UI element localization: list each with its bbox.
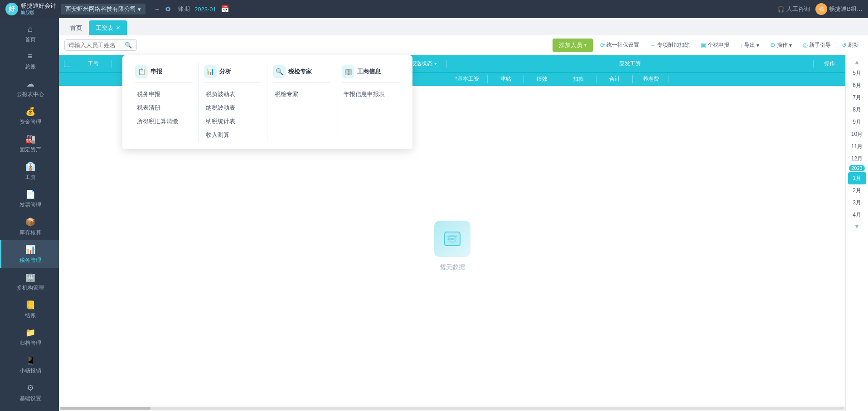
cal-month-2[interactable]: 2月: [848, 184, 866, 197]
sidebar-item-salary[interactable]: 👔 工资: [0, 157, 59, 185]
section-business-info: 🏢 工商信息 年报信息申报表: [336, 63, 405, 142]
special-deduction-label: 专项附加扣除: [657, 41, 690, 49]
cal-month-6[interactable]: 6月: [848, 79, 866, 92]
sidebar-item-guide[interactable]: 🎓 新手引导: [0, 406, 59, 411]
sidebar-item-ledger[interactable]: ≡ 总账: [0, 47, 59, 74]
toolbar: 🔍 添加人员 ▾ ⟳ 统一社保设置 ＋ 专项附加扣除 ▣ 个税申报 ↓ 导出: [59, 35, 868, 55]
cal-month-3[interactable]: 3月: [848, 197, 866, 209]
sidebar-item-multi-org[interactable]: 🏢 多机构管理: [0, 268, 59, 295]
menu-annual-report[interactable]: 年报信息申报表: [342, 87, 400, 101]
sidebar-item-label: 多机构管理: [17, 284, 44, 292]
calendar-icon[interactable]: 📅: [221, 5, 229, 13]
archive-icon: 📁: [25, 328, 35, 338]
section-declaration: 📋 申报 税务申报 税表清册 所得税汇算清缴: [130, 63, 199, 142]
scrollbar[interactable]: [59, 406, 845, 411]
sidebar-item-label: 工资: [25, 174, 36, 181]
cal-nav-up[interactable]: ▲: [854, 57, 860, 67]
empty-icon: [434, 221, 470, 257]
chevron-down-icon2: ▾: [789, 42, 792, 48]
th-pension: 养老费: [633, 75, 669, 83]
tab-salary-label: 工资表: [96, 24, 113, 32]
main-layout: ⌂ 首页 ≡ 总账 ☁ 云报表中心 💰 资金管理 🏭 固定资产 👔 工资 📄 发…: [0, 18, 868, 411]
menu-tax-payment[interactable]: 纳税波动表: [204, 101, 262, 115]
section-business-header: 🏢 工商信息: [342, 63, 400, 83]
sidebar-item-inventory[interactable]: 📦 库存核算: [0, 213, 59, 240]
guide-button[interactable]: ◎ 新手引导: [799, 39, 834, 51]
th-checkbox[interactable]: [59, 61, 75, 67]
dropdown-overlay: 📋 申报 税务申报 税表清册 所得税汇算清缴 📊 分析 税负波动表 纳税波动表 …: [122, 55, 412, 149]
sidebar-item-archive[interactable]: 📁 归档管理: [0, 323, 59, 351]
section-tax-expert-header: 🔍 税检专家: [273, 63, 330, 83]
select-all-checkbox[interactable]: [64, 61, 70, 67]
scrollbar-track: [60, 407, 844, 410]
sidebar-item-label: 归档管理: [19, 339, 41, 347]
cal-month-12[interactable]: 12月: [848, 153, 866, 165]
add-person-label: 添加人员: [559, 41, 582, 49]
scrollbar-thumb[interactable]: [60, 407, 150, 410]
section-analysis: 📊 分析 税负波动表 纳税波动表 纳税统计表 收入测算: [199, 63, 267, 142]
menu-income-tax-settlement[interactable]: 所得税汇算清缴: [135, 115, 193, 128]
cal-month-9[interactable]: 9月: [848, 116, 866, 128]
special-deduction-button[interactable]: ＋ 专项附加扣除: [646, 39, 693, 51]
refresh-icon: ↺: [842, 42, 847, 48]
sidebar-item-settings[interactable]: ⚙ 基础设置: [0, 378, 59, 406]
cal-month-1[interactable]: 1月: [848, 172, 866, 184]
cal-month-8[interactable]: 8月: [848, 104, 866, 116]
chevron-down-icon: ▾: [138, 6, 141, 13]
refresh-button[interactable]: ↺ 刷新: [838, 39, 863, 51]
sidebar-item-label: 发票管理: [19, 201, 41, 209]
cal-nav-down[interactable]: ▼: [854, 221, 860, 231]
customer-service[interactable]: 🎧 人工咨询: [777, 5, 810, 13]
logo: 好 畅捷通好会计 旗舰版: [5, 2, 56, 16]
add-person-button[interactable]: 添加人员 ▾: [553, 39, 593, 52]
salary-icon: 👔: [25, 162, 35, 172]
cal-month-4[interactable]: 4月: [848, 209, 866, 221]
sidebar-item-label: 云报表中心: [17, 91, 44, 98]
sidebar-item-cloud-report[interactable]: ☁ 云报表中心: [0, 74, 59, 102]
empty-text: 暂无数据: [440, 263, 465, 271]
menu-income-forecast[interactable]: 收入测算: [204, 128, 262, 142]
sidebar-item-expense[interactable]: 📱 小畅报销: [0, 351, 59, 378]
th-perf: 绩效: [524, 75, 560, 83]
close-accounts-icon: 📒: [25, 300, 35, 310]
cal-month-7[interactable]: 7月: [848, 92, 866, 104]
export-button[interactable]: ↓ 导出 ▾: [737, 39, 763, 51]
period-label: 账期: [178, 5, 190, 13]
sidebar-item-home[interactable]: ⌂ 首页: [0, 20, 59, 47]
social-insurance-button[interactable]: ⟳ 统一社保设置: [596, 39, 643, 51]
logo-icon: 好: [5, 3, 18, 15]
th-salary-group: 应发工资: [447, 60, 814, 68]
sidebar-item-fund[interactable]: 💰 资金管理: [0, 102, 59, 130]
cal-month-11[interactable]: 11月: [848, 140, 866, 153]
menu-tax-burden[interactable]: 税负波动表: [204, 87, 262, 101]
user-info[interactable]: 畅 畅捷通B组…: [815, 3, 863, 15]
section-business-title: 工商信息: [357, 68, 381, 76]
menu-tax-stats[interactable]: 纳税统计表: [204, 115, 262, 128]
th-allowance: 津贴: [488, 75, 524, 83]
menu-tax-expert[interactable]: 税检专家: [273, 87, 330, 101]
tab-home[interactable]: 首页: [63, 20, 89, 35]
operation-button[interactable]: ⚙ 操作 ▾: [766, 39, 795, 51]
company-select[interactable]: 西安虾米网络科技有限公司 ▾: [61, 4, 145, 15]
sidebar-item-close-accounts[interactable]: 📒 结账: [0, 295, 59, 323]
cal-month-5[interactable]: 5月: [848, 67, 866, 79]
tax-filing-button[interactable]: ▣ 个税申报: [697, 39, 733, 51]
expense-icon: 📱: [25, 355, 35, 365]
add-icon[interactable]: ＋: [154, 5, 160, 14]
menu-tax-filing[interactable]: 税务申报: [135, 87, 193, 101]
sidebar-item-invoice[interactable]: 📄 发票管理: [0, 185, 59, 213]
settings-icon[interactable]: ⚙: [165, 5, 171, 13]
period-value[interactable]: 2023-01: [194, 6, 216, 13]
search-input[interactable]: [68, 42, 123, 48]
menu-tax-table[interactable]: 税表清册: [135, 101, 193, 115]
sidebar-item-label: 小畅报销: [19, 367, 41, 375]
sidebar-item-label: 税务管理: [19, 256, 41, 264]
th-id: 工号: [75, 60, 112, 68]
cloud-icon: ☁: [26, 79, 34, 89]
cal-month-10[interactable]: 10月: [848, 128, 866, 140]
close-icon[interactable]: ✕: [116, 25, 120, 31]
sidebar-item-fixed-assets[interactable]: 🏭 固定资产: [0, 130, 59, 157]
tab-salary[interactable]: 工资表 ✕: [89, 20, 127, 35]
avatar: 畅: [815, 3, 827, 15]
sidebar-item-tax[interactable]: 📊 税务管理: [0, 240, 59, 268]
